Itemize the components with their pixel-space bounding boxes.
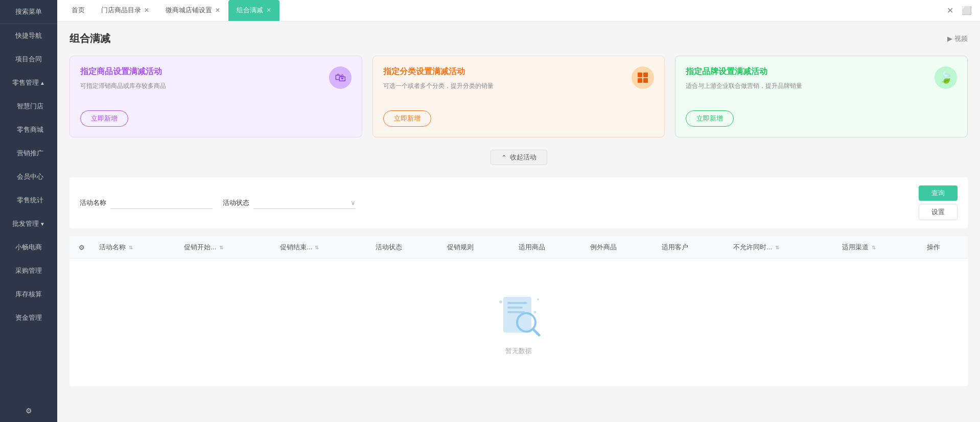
svg-rect-2 [638, 78, 642, 83]
sidebar-item-member-center[interactable]: 会员中心 [0, 165, 57, 189]
th-applicable-product-label: 适用商品 [519, 243, 545, 251]
sidebar: 搜索菜单 快捷导航 项目合同 零售管理 ▲ 智慧门店 零售商城 营销推广 会员中… [0, 0, 57, 422]
promo-card-category-btn[interactable]: 立即新增 [383, 110, 431, 127]
sidebar-item-project-contract[interactable]: 项目合同 [0, 48, 57, 71]
promo-cards: 指定商品设置满减活动 可指定滞销商品或库存较多商品 🛍 立即新增 指定分类设置满… [69, 56, 968, 137]
th-excluded-product-label: 例外商品 [590, 243, 617, 251]
filter-actions: 查询 设置 [919, 185, 958, 220]
sidebar-item-label: 小畅电商 [15, 243, 42, 251]
svg-point-12 [534, 311, 536, 314]
th-applicable-channel[interactable]: 适用渠道 ⇅ [837, 237, 922, 259]
tab-combo-discount[interactable]: 组合满减 ✕ [228, 0, 279, 21]
tab-combo-discount-close[interactable]: ✕ [266, 7, 271, 13]
main-area: 首页 门店商品目录 ✕ 微商城店铺设置 ✕ 组合满减 ✕ ✕ ⬜ 组合满减 ▶ … [57, 0, 980, 422]
tab-combo-discount-label: 组合满减 [237, 6, 263, 15]
collapse-bar: ⌃ 收起活动 [69, 146, 968, 169]
window-close-btn[interactable]: ✕ [945, 4, 955, 17]
sidebar-item-label: 零售商城 [17, 126, 43, 133]
sidebar-item-quick-nav[interactable]: 快捷导航 [0, 24, 57, 48]
activity-name-input[interactable] [110, 197, 213, 209]
promo-card-category-desc: 可选一个或者多个分类，提升分类的销量 [383, 81, 655, 91]
sidebar-item-label: 零售统计 [17, 196, 43, 204]
sidebar-item-xiochang-ec[interactable]: 小畅电商 [0, 236, 57, 259]
tab-bar: 首页 门店商品目录 ✕ 微商城店铺设置 ✕ 组合满减 ✕ ✕ ⬜ [57, 0, 980, 21]
svg-point-10 [499, 300, 502, 303]
activity-status-select[interactable]: ∨ [253, 197, 356, 209]
promo-card-brand-title: 指定品牌设置满减活动 [686, 66, 957, 77]
th-applicable-channel-label: 适用渠道 [842, 243, 869, 251]
tab-store-catalog-close[interactable]: ✕ [144, 7, 149, 13]
sidebar-item-label: 零售管理 [12, 78, 39, 87]
gear-icon: ⚙ [79, 244, 85, 251]
sidebar-item-label: 营销推广 [17, 149, 43, 157]
sort-icon: ⇅ [872, 245, 876, 250]
th-promo-end[interactable]: 促销结束... ⇅ [275, 237, 371, 259]
tab-home[interactable]: 首页 [63, 0, 93, 21]
sidebar-item-retail-mall[interactable]: 零售商城 [0, 118, 57, 142]
sidebar-item-label: 项目合同 [15, 55, 42, 63]
table-body: 暂无数据 [69, 259, 968, 387]
filter-bar: 活动名称 活动状态 ∨ 查询 设置 [69, 177, 968, 228]
chevron-down-icon: ∨ [351, 199, 356, 206]
sidebar-item-smart-store[interactable]: 智慧门店 [0, 95, 57, 118]
tab-wechat-settings-close[interactable]: ✕ [215, 7, 220, 13]
sidebar-item-retail-stats[interactable]: 零售统计 [0, 189, 57, 212]
promo-card-brand-icon: 🍃 [935, 66, 957, 89]
th-operation-label: 操作 [927, 243, 940, 251]
chevron-down-icon: ▼ [40, 221, 45, 227]
th-applicable-customer-label: 适用客户 [662, 243, 688, 251]
page-header: 组合满减 ▶ 视频 [69, 32, 968, 45]
content-area: 组合满减 ▶ 视频 指定商品设置满减活动 可指定滞销商品或库存较多商品 🛍 立即… [57, 21, 980, 422]
empty-state: 暂无数据 [69, 259, 968, 386]
window-maximize-btn[interactable]: ⬜ [960, 4, 974, 17]
th-activity-name[interactable]: 活动名称 ⇅ [94, 237, 179, 259]
th-applicable-customer: 适用客户 [657, 237, 728, 259]
setting-btn[interactable]: 设置 [919, 204, 958, 220]
tab-bar-actions: ✕ ⬜ [945, 4, 974, 17]
sidebar-item-wholesale-mgmt[interactable]: 批发管理 ▼ [0, 212, 57, 236]
th-settings[interactable]: ⚙ [69, 237, 94, 259]
th-promo-end-label: 促销结束... [280, 243, 312, 251]
video-link[interactable]: ▶ 视频 [947, 34, 968, 43]
sidebar-item-retail-mgmt[interactable]: 零售管理 ▲ [0, 71, 57, 95]
sidebar-item-marketing[interactable]: 营销推广 [0, 142, 57, 165]
activity-status-label: 活动状态 [223, 198, 249, 207]
sidebar-item-label: 会员中心 [17, 173, 43, 180]
sort-icon: ⇅ [315, 245, 319, 250]
sidebar-item-label: 库存核算 [15, 290, 42, 298]
chevron-up-icon: ▲ [40, 80, 45, 86]
th-no-concurrent-label: 不允许同时... [733, 243, 772, 251]
th-no-concurrent[interactable]: 不允许同时... ⇅ [728, 237, 837, 259]
query-btn[interactable]: 查询 [919, 185, 958, 201]
promo-card-brand-btn[interactable]: 立即新增 [686, 110, 734, 127]
tab-store-catalog[interactable]: 门店商品目录 ✕ [93, 0, 157, 21]
svg-rect-7 [507, 311, 525, 313]
sidebar-item-label: 快捷导航 [15, 32, 42, 39]
svg-rect-5 [507, 302, 527, 304]
sort-icon: ⇅ [129, 245, 133, 250]
th-applicable-product: 适用商品 [514, 237, 585, 259]
sidebar-item-inventory-calc[interactable]: 库存核算 [0, 283, 57, 306]
promo-card-brand-desc: 适合与上游企业联合做营销，提升品牌销量 [686, 81, 957, 91]
empty-state-row: 暂无数据 [69, 259, 968, 387]
empty-text: 暂无数据 [80, 346, 958, 356]
sidebar-item-fund-mgmt[interactable]: 资金管理 [0, 306, 57, 330]
svg-point-11 [537, 298, 539, 300]
th-promo-start[interactable]: 促销开始... ⇅ [179, 237, 275, 259]
sidebar-search[interactable]: 搜索菜单 [0, 0, 57, 24]
sidebar-item-purchase-mgmt[interactable]: 采购管理 [0, 259, 57, 283]
tab-wechat-settings-label: 微商城店铺设置 [166, 6, 212, 15]
th-activity-name-label: 活动名称 [99, 243, 126, 251]
collapse-activity-btn[interactable]: ⌃ 收起活动 [491, 150, 547, 165]
sidebar-settings-btn[interactable]: ⚙ [0, 400, 57, 422]
tab-wechat-settings[interactable]: 微商城店铺设置 ✕ [157, 0, 228, 21]
promo-card-product: 指定商品设置满减活动 可指定滞销商品或库存较多商品 🛍 立即新增 [69, 56, 362, 137]
promo-card-product-btn[interactable]: 立即新增 [80, 110, 128, 127]
promo-card-category-title: 指定分类设置满减活动 [383, 66, 655, 77]
th-promo-start-label: 促销开始... [184, 243, 216, 251]
filter-activity-status: 活动状态 ∨ [223, 197, 356, 209]
th-activity-status-label: 活动状态 [376, 243, 402, 251]
svg-line-9 [533, 329, 539, 335]
table-container: ⚙ 活动名称 ⇅ 促销开始... ⇅ 促销结束... ⇅ [69, 237, 968, 386]
th-activity-status: 活动状态 [370, 237, 442, 259]
